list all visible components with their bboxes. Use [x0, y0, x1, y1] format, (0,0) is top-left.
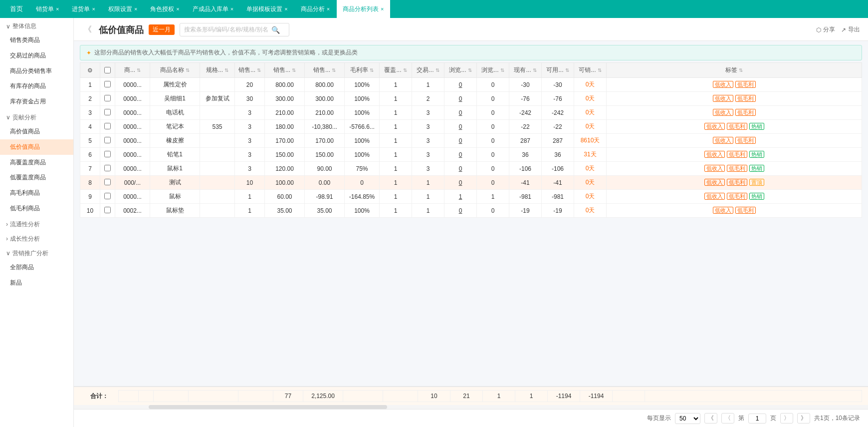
- row-checkbox[interactable]: [104, 165, 111, 171]
- cell-checkbox[interactable]: [100, 190, 115, 204]
- cell-browse1[interactable]: 0: [444, 162, 477, 176]
- nav-goods-analysis-list[interactable]: 商品分析列表 ×: [337, 0, 390, 18]
- sidebar-group-growth[interactable]: › 成长性分析: [0, 231, 73, 245]
- col-sale2[interactable]: 销售...⇅: [305, 63, 345, 78]
- sidebar-item-low-gross[interactable]: 低毛利商品: [0, 201, 73, 216]
- col-gross[interactable]: 毛利率⇅: [345, 63, 380, 78]
- sidebar-item-traded-goods[interactable]: 交易过的商品: [0, 48, 73, 63]
- cell-browse1[interactable]: 1: [444, 190, 477, 204]
- nav-purchase[interactable]: 进货单 ×: [66, 0, 101, 18]
- col-spec[interactable]: 规格...⇅: [200, 63, 235, 78]
- col-tags[interactable]: 标签⇅: [607, 63, 862, 78]
- per-page-select[interactable]: 50 100 200: [675, 413, 700, 424]
- cell-browse1[interactable]: 0: [444, 78, 477, 92]
- cell-checkbox[interactable]: [100, 106, 115, 120]
- col-usable[interactable]: 可用...⇅: [542, 63, 574, 78]
- col-code[interactable]: 商...⇅: [115, 63, 150, 78]
- cell-checkbox[interactable]: [100, 78, 115, 92]
- sidebar-item-capital[interactable]: 库存资金占用: [0, 94, 73, 109]
- sidebar-item-high-coverage[interactable]: 高覆盖度商品: [0, 155, 73, 170]
- sidebar-item-sales-goods[interactable]: 销售类商品: [0, 32, 73, 48]
- nav-close-permission[interactable]: ×: [134, 6, 137, 12]
- cell-checkbox[interactable]: [100, 176, 115, 190]
- row-checkbox[interactable]: [104, 207, 111, 213]
- nav-close-product-in[interactable]: ×: [230, 6, 233, 12]
- cell-checkbox[interactable]: [100, 148, 115, 162]
- row-checkbox[interactable]: [104, 109, 111, 115]
- sidebar-group-circulation[interactable]: › 流通性分析: [0, 216, 73, 231]
- nav-close-sales[interactable]: ×: [56, 6, 59, 12]
- cell-browse1[interactable]: 0: [444, 176, 477, 190]
- col-cover[interactable]: 覆盖...⇅: [380, 63, 412, 78]
- row-checkbox[interactable]: [104, 193, 111, 199]
- browse1-link[interactable]: 0: [459, 109, 462, 116]
- nav-close-goods-list[interactable]: ×: [381, 6, 384, 12]
- sidebar-item-category-sales[interactable]: 商品分类销售率: [0, 63, 73, 79]
- nav-role[interactable]: 角色授权 ×: [144, 0, 185, 18]
- col-browse2[interactable]: 浏览...⇅: [477, 63, 509, 78]
- col-sale1[interactable]: 销售...⇅: [265, 63, 305, 78]
- nav-close-template[interactable]: ×: [284, 6, 287, 12]
- col-trans[interactable]: 交易...⇅: [412, 63, 444, 78]
- nav-close-goods-analysis[interactable]: ×: [327, 6, 330, 12]
- browse1-link[interactable]: 0: [459, 123, 462, 130]
- cell-browse1[interactable]: 0: [444, 120, 477, 134]
- cell-checkbox[interactable]: [100, 92, 115, 106]
- search-box[interactable]: 搜索条形码/编码/名称/规格/别名 🔍: [180, 23, 289, 36]
- row-checkbox[interactable]: [104, 123, 111, 129]
- cell-checkbox[interactable]: [100, 134, 115, 148]
- browse1-link[interactable]: 0: [459, 137, 462, 144]
- nav-close-purchase[interactable]: ×: [92, 6, 95, 12]
- nav-goods-analysis[interactable]: 商品分析 ×: [295, 0, 336, 18]
- time-filter-btn[interactable]: 近一月: [149, 24, 175, 35]
- col-checkbox[interactable]: [100, 63, 115, 78]
- sidebar-item-high-value[interactable]: 高价值商品: [0, 124, 73, 139]
- sidebar-group-contribution[interactable]: ∨ 贡献分析: [0, 109, 73, 124]
- cell-checkbox[interactable]: [100, 204, 115, 218]
- cell-browse1[interactable]: 0: [444, 134, 477, 148]
- sidebar-collapse-btn[interactable]: 《: [82, 24, 94, 35]
- row-checkbox[interactable]: [104, 137, 111, 143]
- row-checkbox[interactable]: [104, 81, 111, 87]
- browse1-link[interactable]: 0: [459, 81, 462, 88]
- page-input[interactable]: [748, 414, 766, 424]
- col-salable[interactable]: 可销...⇅: [574, 63, 607, 78]
- cell-browse1[interactable]: 0: [444, 106, 477, 120]
- select-all-checkbox[interactable]: [104, 67, 111, 73]
- export-btn[interactable]: ↗ 导出: [841, 25, 860, 34]
- share-btn[interactable]: ⬡ 分享: [816, 25, 835, 34]
- nav-template[interactable]: 单据模板设置 ×: [240, 0, 293, 18]
- cell-browse1[interactable]: 0: [444, 92, 477, 106]
- cell-browse1[interactable]: 0: [444, 204, 477, 218]
- col-qty[interactable]: 销售...⇅: [235, 63, 265, 78]
- nav-sales[interactable]: 销货单 ×: [30, 0, 65, 18]
- sidebar-group-marketing[interactable]: ∨ 营销推广分析: [0, 245, 73, 260]
- row-checkbox[interactable]: [104, 151, 111, 157]
- nav-close-role[interactable]: ×: [176, 6, 179, 12]
- sidebar-item-all-goods[interactable]: 全部商品: [0, 260, 73, 275]
- next-page-btn[interactable]: 〉: [780, 413, 793, 424]
- browse1-link[interactable]: 0: [459, 151, 462, 158]
- col-stock[interactable]: 现有...⇅: [509, 63, 542, 78]
- cell-checkbox[interactable]: [100, 120, 115, 134]
- cell-browse1[interactable]: 0: [444, 148, 477, 162]
- col-settings[interactable]: ⚙: [80, 63, 100, 78]
- sidebar-item-high-gross[interactable]: 高毛利商品: [0, 185, 73, 201]
- sidebar-item-stock-goods[interactable]: 有库存的商品: [0, 78, 73, 94]
- cell-checkbox[interactable]: [100, 162, 115, 176]
- browse1-link[interactable]: 0: [459, 95, 462, 102]
- nav-home[interactable]: 首页: [4, 0, 29, 18]
- nav-product-in[interactable]: 产成品入库单 ×: [187, 0, 239, 18]
- col-name[interactable]: 商品名称⇅: [150, 63, 200, 78]
- nav-permission[interactable]: 权限设置 ×: [102, 0, 143, 18]
- sidebar-item-low-value[interactable]: 低价值商品: [0, 139, 73, 155]
- browse1-link[interactable]: 0: [459, 207, 462, 214]
- browse1-link[interactable]: 1: [459, 193, 462, 200]
- sidebar-group-overall[interactable]: ∨ 整体信息: [0, 18, 73, 32]
- row-checkbox[interactable]: [104, 95, 111, 101]
- sidebar-item-low-coverage[interactable]: 低覆盖度商品: [0, 170, 73, 185]
- first-page-btn[interactable]: 《: [704, 413, 717, 424]
- browse1-link[interactable]: 0: [459, 165, 462, 172]
- row-checkbox[interactable]: [104, 179, 111, 185]
- sidebar-item-new-goods[interactable]: 新品: [0, 275, 73, 291]
